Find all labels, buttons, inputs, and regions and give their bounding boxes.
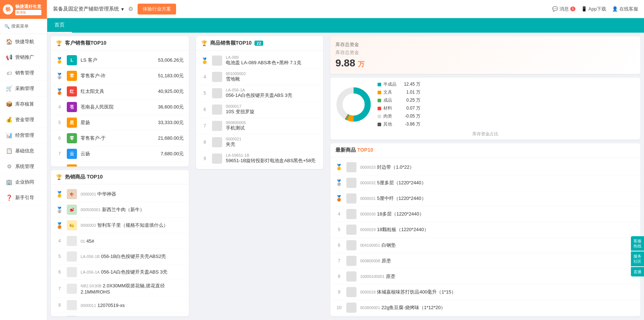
content-area: 🏆 客户销售额TOP10 🥇 L LS 客户 53,006.26元 🥈 零 — [47, 33, 644, 320]
product-thumb — [212, 121, 222, 131]
legend-item: 半成品 12.45 万 — [378, 81, 420, 87]
product-thumb — [212, 137, 222, 147]
product-thumb — [346, 178, 356, 188]
guide-icon: ❓ — [6, 194, 12, 201]
middle-panel: 🏆 商品销售额TOP10 22 🥇 LA-089 电池盖 LA-089 ABS本… — [192, 33, 327, 320]
product-thumb — [346, 225, 356, 235]
hot-product-card: 🏆 热销商品 TOP10 🥇 🍖 0000001 中华神器 🥈 🥩 000500… — [51, 170, 189, 316]
sidebar-item-system[interactable]: ⚙ 系统管理 — [0, 159, 47, 175]
product-thumb — [67, 251, 77, 262]
online-service-btn[interactable]: 👤 在线客服 — [612, 6, 638, 12]
product-sales-header: 🏆 商品销售额TOP10 22 — [196, 36, 323, 50]
customer-hotline-btn[interactable]: 客服热线 — [631, 236, 644, 251]
new-product-list: 🥇 0000033 封边带（1.0*22） 🥈 0000032 5厘多层（122… — [330, 157, 640, 316]
marketing-icon: 📢 — [6, 54, 12, 61]
sidebar-item-inventory[interactable]: 📦 库存核算 — [0, 97, 47, 112]
product-thumb: 🍖 — [67, 189, 77, 199]
product-thumb — [212, 153, 222, 164]
left-panel: 🏆 客户销售额TOP10 🥇 L LS 客户 53,006.26元 🥈 零 — [47, 33, 192, 320]
customer-avatar: 星 — [67, 118, 77, 128]
tab-home[interactable]: 首页 — [47, 18, 72, 33]
nav-tabs: 首页 — [47, 18, 644, 33]
rank-item: 6 0000017 10S 变扭罗旋 — [196, 102, 323, 118]
system-title: 装备及固定资产辅助管理系统 ▾ — [53, 6, 124, 12]
product-thumb — [67, 300, 77, 310]
inventory-icon: 📦 — [6, 101, 12, 107]
customer-rank-list: 🥇 L LS 客户 53,006.26元 🥈 零 零售客户-许 51,183.0… — [51, 50, 189, 167]
product-item: 4 01 45# — [51, 233, 189, 249]
message-icon: 💬 — [552, 6, 558, 12]
app-download-btn[interactable]: 📱 App下载 — [581, 6, 606, 12]
rank-item: 7 000800008 原垄 — [330, 253, 640, 269]
legend-dot — [378, 115, 381, 118]
inventory-chart-area: 半成品 12.45 万 文具 1.01 万 成品 0.25 万 — [330, 78, 640, 131]
dropdown-icon[interactable]: ▾ — [121, 6, 124, 12]
medal-icon: 🥈 — [335, 179, 343, 186]
product-thumb — [346, 256, 356, 266]
product-item: 7 NB2.0X30B 2.0X30MM双搓花轴,搓花直径2.1MM/ROHS — [51, 280, 189, 298]
messages-btn[interactable]: 💬 消息 6 — [552, 6, 575, 12]
legend-dot — [378, 91, 381, 94]
customer-avatar: 红 — [67, 86, 77, 97]
inventory-title: 库存总资金 — [335, 41, 359, 48]
logo-icon: 畅 — [3, 4, 13, 15]
inventory-value: 9.88 万 — [335, 57, 635, 69]
sidebar-item-basics[interactable]: 📋 基础信息 — [0, 143, 47, 159]
medal-icon: 🥉 — [56, 222, 63, 229]
legend-dot — [378, 107, 381, 110]
sidebar-item-sales[interactable]: 🏷 销售管理 — [0, 65, 47, 81]
new-product-header: 最新商品 TOP10 — [330, 143, 640, 157]
product-thumb — [67, 316, 77, 316]
product-sales-card: 🏆 商品销售额TOP10 22 🥇 LA-089 电池盖 LA-089 ABS本… — [196, 36, 323, 169]
product-thumb — [67, 284, 77, 294]
sidebar-item-finance[interactable]: 💰 资金管理 — [0, 112, 47, 128]
service-community-btn[interactable]: 服务社区 — [631, 251, 644, 266]
sidebar: 畅 畅捷通好生意 标准版 🔍 搜索菜单 🏠 快捷导航 📢 营销推广 🏷 销售管理… — [0, 0, 47, 320]
product-thumb — [346, 303, 356, 313]
legend-item: 文具 1.01 万 — [378, 89, 420, 95]
main-area: 装备及固定资产辅助管理系统 ▾ ⚙ 体验行业方案 💬 消息 6 📱 App下载 … — [47, 0, 644, 320]
product-thumb — [212, 88, 222, 98]
hot-icon: 🏆 — [56, 174, 62, 180]
legend-item: 其他 -3.86 万 — [378, 121, 420, 127]
trial-button[interactable]: 体验行业方案 — [138, 4, 176, 15]
sidebar-item-marketing[interactable]: 📢 营销推广 — [0, 50, 47, 65]
product-thumb — [346, 193, 356, 204]
product-sales-list: 🥇 LA-089 电池盖 LA-089 ABS本色+黑种 7.1克 4 0010… — [196, 50, 323, 169]
app-icon: 📱 — [581, 6, 587, 12]
medal-icon: 🥈 — [56, 206, 63, 213]
right-panel: 库存总资金 库存总资金 9.88 万 — [327, 33, 644, 320]
rank-item: 4 001000002 雪地靴 — [196, 69, 323, 85]
donut-chart — [335, 86, 372, 123]
sidebar-item-guide[interactable]: ❓ 新手引导 — [0, 190, 47, 206]
rank-item: 6 004100001 白钢垫 — [330, 238, 640, 253]
live-btn[interactable]: 直播 — [631, 267, 644, 276]
rank-item: 5 LA-056-1A 056-1A白色按键开关盖ABS 3壳 — [196, 85, 323, 102]
settings-icon[interactable]: ⚙ — [128, 5, 133, 12]
inventory-card: 库存总资金 库存总资金 9.88 万 — [330, 36, 640, 74]
rank-item: 4 0000030 18多层（1220*2440） — [330, 206, 640, 222]
medal-icon: 🥇 — [335, 164, 343, 171]
rank-item: 🥈 零 零售客户-许 51,183.00元 — [51, 68, 189, 84]
sidebar-item-quicknav[interactable]: 🏠 快捷导航 — [0, 34, 47, 50]
float-service: 客服热线 服务社区 直播 — [631, 236, 644, 276]
rank-item: 5 星 星扬 33,333.00元 — [51, 115, 189, 131]
search-icon: 🔍 — [4, 24, 10, 29]
trophy-icon: 🏆 — [56, 40, 62, 46]
search-menu-btn[interactable]: 🔍 搜索菜单 — [3, 22, 44, 31]
sidebar-item-purchase[interactable]: 🛒 采购管理 — [0, 81, 47, 97]
product-thumb — [212, 104, 222, 115]
legend-dot — [378, 123, 381, 126]
product-thumb — [212, 56, 222, 66]
rank-item: 🥇 0000033 封边带（1.0*22） — [330, 160, 640, 175]
finance-icon: 💰 — [6, 116, 12, 123]
sidebar-search[interactable]: 🔍 搜索菜单 — [0, 19, 47, 34]
product-thumb — [346, 162, 356, 172]
sidebar-item-enterprise[interactable]: 🏢 企业协同 — [0, 175, 47, 190]
sidebar-item-operations[interactable]: 📊 经营管理 — [0, 128, 47, 143]
customer-avatar: 肖 — [67, 164, 77, 167]
rank-item: 5 0000029 18颗粒板（1220*2440） — [330, 222, 640, 238]
inventory-chart-card: 半成品 12.45 万 文具 1.01 万 成品 0.25 万 — [330, 78, 640, 140]
customer-avatar: 零 — [67, 133, 77, 143]
hot-product-list: 🥇 🍖 0000001 中华神器 🥈 🥩 000500001 新西兰牛肉（新牛）… — [51, 184, 189, 316]
